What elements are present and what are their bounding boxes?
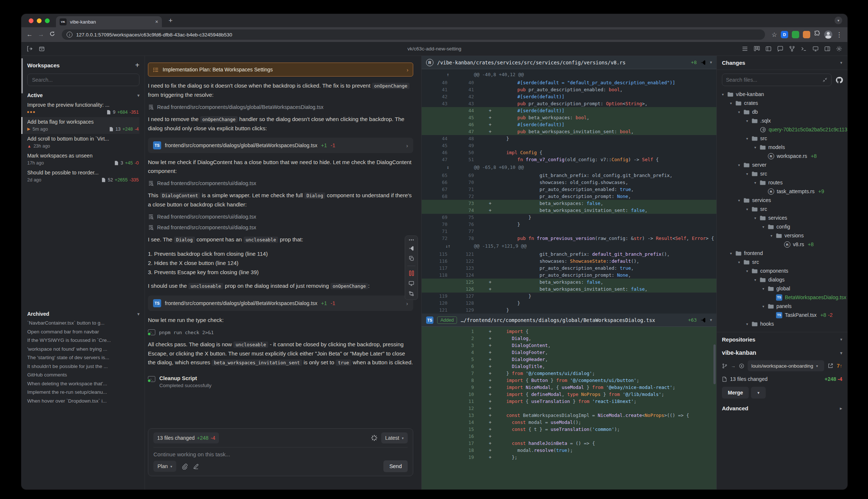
expand-hunk-icon[interactable]: ↕ <box>422 163 474 172</box>
monitor-icon[interactable] <box>408 280 414 286</box>
send-button[interactable]: Send <box>383 460 408 472</box>
tree-folder-row[interactable]: ▾dialogs <box>720 275 847 284</box>
tree-file-row[interactable]: Rworkspace.rs+8 <box>720 152 847 160</box>
tool-call-row[interactable]: Read frontend/src/components/ui/dialog.t… <box>148 224 413 230</box>
archived-workspace-item[interactable]: If the WYSIWYG is focussed in `Cre... <box>27 336 139 345</box>
implementation-plan-banner[interactable]: Implementation Plan: Beta Workspaces Set… <box>148 63 413 77</box>
kanban-view-icon[interactable] <box>754 46 760 52</box>
mode-selector-button[interactable]: Plan ▾ <box>153 461 176 472</box>
new-tab-button[interactable]: + <box>169 17 173 25</box>
more-options-icon[interactable] <box>408 239 414 241</box>
archived-section-header[interactable]: Archived ▾ <box>27 309 139 319</box>
edited-file-chip[interactable]: TSfrontend/src/components/dialogs/global… <box>148 295 413 311</box>
archived-workspace-item[interactable]: It shouldn't be possible for just the ..… <box>27 362 139 371</box>
hunk-header[interactable]: ↓↑@@ -115,7 +121,9 @@ <box>422 242 716 251</box>
bookmark-star-icon[interactable]: ☆ <box>772 31 777 39</box>
archive-icon[interactable] <box>39 46 45 52</box>
browser-tab[interactable]: VK vibe-kanban × <box>56 16 162 27</box>
workspace-item[interactable]: Mark workspaces as unseen17h ago3+45-0 <box>21 151 139 168</box>
workspace-item[interactable]: Should be possible to reorder...2d ago52… <box>21 168 139 185</box>
github-icon[interactable] <box>835 76 843 84</box>
tree-folder-row[interactable]: ▾src <box>720 258 847 266</box>
hunk-header[interactable]: ↑@@ -40,8 +40,12 @@ <box>422 70 716 79</box>
edited-file-chip[interactable]: TSfrontend/src/components/dialogs/global… <box>148 138 413 153</box>
close-window-button[interactable] <box>29 18 33 23</box>
add-workspace-button[interactable]: + <box>135 61 139 70</box>
profile-avatar[interactable] <box>824 31 832 39</box>
pause-icon[interactable] <box>409 270 414 276</box>
tree-folder-row[interactable]: ▾components <box>720 266 847 275</box>
extensions-puzzle-icon[interactable] <box>814 31 821 39</box>
sidebar-scrollbar-thumb[interactable] <box>21 58 23 93</box>
extension-icon-2[interactable] <box>792 31 799 38</box>
tree-folder-row[interactable]: ▾routes <box>720 178 847 187</box>
extension-icon-3[interactable] <box>803 31 810 38</box>
diff-scrollbar-thumb[interactable] <box>713 344 716 384</box>
file-search-input[interactable]: Search files... <box>722 74 832 86</box>
branch-selector[interactable]: louis/workspace-onboarding ▾ <box>748 360 824 371</box>
panel-right-icon[interactable] <box>824 46 830 52</box>
tree-folder-row[interactable]: ▾server <box>720 160 847 169</box>
tree-folder-row[interactable]: ▾db <box>720 107 847 116</box>
tree-folder-row[interactable]: ▾global <box>720 284 847 293</box>
tool-call-row[interactable]: Read frontend/src/components/dialogs/glo… <box>148 104 413 110</box>
tree-file-row[interactable]: Rtask_attempts.rs+9 <box>720 187 847 196</box>
terminal-command-row[interactable]: >_pnpm run check 2>&1 <box>148 329 413 335</box>
archived-workspace-item[interactable]: 'workspace not found' when trying ... <box>27 345 139 354</box>
tree-folder-row[interactable]: ▾services <box>720 196 847 205</box>
active-section-header[interactable]: Active ▾ <box>27 91 139 100</box>
git-fork-icon[interactable] <box>789 46 795 52</box>
diff-file-header[interactable]: R/vibe-kanban/crates/services/src/servic… <box>422 56 716 69</box>
workspace-item[interactable]: Add beta flag for workspaces▶5m ago13+24… <box>21 117 139 134</box>
tree-file-row[interactable]: TSTaskPanel.tsx+8-2 <box>720 311 847 319</box>
workspace-item[interactable]: Improve the preview functionality: ...9+… <box>21 100 139 117</box>
merge-button[interactable]: Merge <box>722 387 749 399</box>
repository-row[interactable]: vibe-kanban ▾ <box>722 346 842 360</box>
maximize-window-button[interactable] <box>45 18 50 23</box>
tree-folder-row[interactable]: ▾hooks <box>720 319 847 328</box>
archived-workspace-item[interactable]: Open command bar from navbar <box>27 328 139 336</box>
rows-view-icon[interactable] <box>742 46 748 52</box>
tool-call-row[interactable]: Read frontend/src/components/ui/dialog.t… <box>148 180 413 186</box>
copy-icon[interactable] <box>409 256 414 261</box>
archived-workspace-item[interactable]: When deleting the workspace that'... <box>27 379 139 388</box>
expand-hunk-icon[interactable]: ↑ <box>422 70 474 79</box>
archived-workspace-item[interactable]: When hover over `Dropdown.tsx` i... <box>27 397 139 406</box>
tree-folder-row[interactable]: ▾services <box>720 213 847 222</box>
git-compare-icon[interactable] <box>408 291 414 297</box>
tree-folder-row[interactable]: ▾src <box>720 169 847 178</box>
panel-left-icon[interactable] <box>765 46 772 52</box>
advanced-section-toggle[interactable]: Advanced ▸ <box>722 405 842 411</box>
site-info-icon[interactable]: i <box>67 32 72 38</box>
external-link-icon[interactable] <box>828 363 833 369</box>
attach-paperclip-icon[interactable] <box>181 463 188 470</box>
tool-call-row[interactable]: Read frontend/src/components/ui/dialog.t… <box>148 214 413 220</box>
archived-workspace-item[interactable]: `NavbarContainer.tsx` button to g... <box>27 319 139 328</box>
tab-close-icon[interactable]: × <box>155 19 158 25</box>
tree-folder-row[interactable]: ▾crates <box>720 99 847 107</box>
archived-workspace-item[interactable]: GitHub comments <box>27 371 139 379</box>
tree-folder-row[interactable]: ▾vibe-kanban <box>720 90 847 99</box>
diff-file-header[interactable]: TSAdded…/frontend/src/components/dialogs… <box>422 314 716 327</box>
tree-folder-row[interactable]: ▾frontend <box>720 249 847 258</box>
tree-folder-row[interactable]: ▾panels <box>720 302 847 311</box>
address-bar[interactable]: i 127.0.0.1:57095/workspaces/c63c9fd6-df… <box>62 29 765 40</box>
tree-file-row[interactable]: TSBetaWorkspacesDialog.tsx+63 <box>720 293 847 302</box>
edit-pen-icon[interactable] <box>193 463 199 470</box>
version-selector-button[interactable]: Latest ▾ <box>381 432 408 443</box>
tree-folder-row[interactable]: ▾config <box>720 222 847 231</box>
tab-search-chevron-icon[interactable]: ▾ <box>835 17 842 24</box>
tree-folder-row[interactable]: ▾src <box>720 134 847 143</box>
chat-icon[interactable] <box>777 46 783 52</box>
hunk-header[interactable]: ↕@@ -65,8 +69,10 @@ <box>422 163 716 172</box>
tree-folder-row[interactable]: ▾src <box>720 205 847 213</box>
minimize-window-button[interactable] <box>37 18 42 23</box>
browser-menu-icon[interactable]: ⋮ <box>836 31 842 39</box>
archived-workspace-item[interactable]: Implement the re-run setup/cleanu... <box>27 388 139 397</box>
extension-icon-1[interactable]: D <box>781 31 788 38</box>
workspace-search-input[interactable]: Search... <box>27 74 139 86</box>
collapse-sidebar-icon[interactable] <box>26 46 33 52</box>
forward-icon[interactable]: → <box>38 31 44 38</box>
terminal-icon[interactable] <box>801 46 807 52</box>
tree-folder-row[interactable]: ▾.sqlx <box>720 116 847 125</box>
